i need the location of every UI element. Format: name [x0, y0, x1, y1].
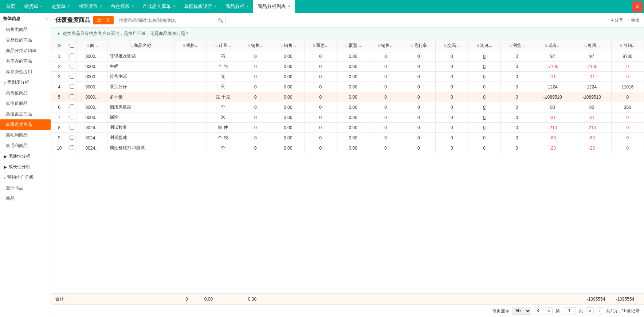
nav-tab-home[interactable]: 首页 — [1, 0, 20, 13]
search-icon[interactable]: 🔍 — [218, 18, 223, 23]
export-button[interactable]: ↑ 导出 — [628, 17, 640, 23]
col-name[interactable]: ⇅商品名称 — [107, 40, 174, 51]
col-code[interactable]: ⇅商... — [77, 40, 107, 51]
cell-checkbox[interactable] — [67, 82, 77, 92]
sidebar-section-title: 整体信息 — [3, 16, 20, 22]
sidebar-item-low-value[interactable]: 低价值商品 — [0, 98, 51, 109]
cell-browse1[interactable]: 0 — [468, 143, 500, 153]
cell-checkbox[interactable] — [67, 112, 77, 123]
cell-checkbox[interactable] — [67, 51, 77, 62]
sidebar-section-abc[interactable]: ▿ 类别度分析 — [0, 77, 51, 88]
nav-tab-role[interactable]: 角色授权 × — [106, 0, 138, 13]
next-page-button[interactable]: > — [586, 307, 594, 314]
cell-browse1[interactable]: 0 — [468, 82, 500, 92]
share-button[interactable]: ⎘ 分享 — [611, 17, 623, 23]
page-number-input[interactable] — [563, 307, 576, 314]
col-coverage1[interactable]: ⇅覆盖... — [304, 40, 337, 51]
row-checkbox[interactable] — [70, 135, 74, 140]
col-browse2[interactable]: ⇅浏览... — [500, 40, 533, 51]
cell-browse1[interactable]: 0 — [468, 133, 500, 143]
sidebar-section-flow[interactable]: ▶ 流通性分析 — [0, 151, 51, 162]
table-container[interactable]: ⚙ ⇅商... ⇅商品名称 ⇅规格... ⇅计量... ⇅销售... ⇅销售..… — [51, 40, 644, 293]
col-sales-amount[interactable]: ⇅销售... — [272, 40, 304, 51]
row-checkbox[interactable] — [70, 145, 74, 150]
select-all-checkbox[interactable] — [70, 43, 74, 48]
cell-browse1[interactable]: 0 — [468, 72, 500, 82]
cell-browse1[interactable]: 0 — [468, 92, 500, 102]
sidebar-item-new-goods[interactable]: 新品 — [0, 193, 51, 204]
col-current-stock[interactable]: ⇅现有... — [533, 40, 572, 51]
col-coverage2[interactable]: ⇅覆盖... — [337, 40, 369, 51]
close-icon[interactable]: × — [288, 0, 290, 13]
col-trade[interactable]: ⇅交易... — [436, 40, 468, 51]
row-checkbox[interactable] — [70, 84, 74, 89]
col-unit[interactable]: ⇅计量... — [207, 40, 239, 51]
close-icon[interactable]: × — [100, 0, 102, 13]
sidebar-item-stocked[interactable]: 有库存的商品 — [0, 56, 51, 67]
sidebar-item-all-goods[interactable]: 全部商品 — [0, 183, 51, 193]
per-page-select[interactable]: 50 100 200 — [513, 307, 531, 315]
close-icon[interactable]: × — [173, 0, 175, 13]
row-checkbox[interactable] — [70, 74, 74, 79]
cell-checkbox[interactable] — [67, 72, 77, 82]
close-icon[interactable]: × — [215, 0, 217, 13]
cell-browse1[interactable]: 0 — [468, 102, 500, 112]
col-spec[interactable]: ⇅规格... — [174, 40, 207, 51]
search-input[interactable] — [119, 18, 216, 23]
sort-icon: ⇅ — [410, 44, 413, 48]
nav-tab-permission[interactable]: 权限设置 × — [74, 0, 106, 13]
close-icon[interactable]: × — [40, 0, 43, 13]
cell-browse1[interactable]: 0 — [468, 51, 500, 62]
row-checkbox[interactable] — [70, 115, 74, 119]
cell-sales-amount: 0.00 — [272, 123, 304, 133]
settings-icon[interactable]: ⚙ — [57, 43, 61, 48]
total-row: 合计: 0 0.00 0.00 -1095554 -1095554 — [51, 293, 644, 304]
col-browse1[interactable]: ⇅浏览... — [468, 40, 500, 51]
row-checkbox[interactable] — [70, 54, 74, 58]
sidebar-item-traded-goods[interactable]: 交易过的商品 — [0, 35, 51, 45]
sidebar-item-low-coverage[interactable]: 低覆盖度商品 — [0, 119, 51, 130]
cell-checkbox[interactable] — [67, 62, 77, 72]
sidebar-section-promo[interactable]: ▿ 营销推广分析 — [0, 172, 51, 183]
cell-checkbox[interactable] — [67, 143, 77, 153]
nav-tab-analysis[interactable]: 商品分析 × — [221, 0, 253, 13]
window-close-button[interactable]: × — [632, 1, 643, 12]
cell-checkbox[interactable] — [67, 123, 77, 133]
col-sales-count[interactable]: ⇅销售... — [239, 40, 272, 51]
sidebar-item-sales-goods[interactable]: 销售类商品 — [0, 24, 51, 35]
nav-tab-purchase[interactable]: 进货单 × — [47, 0, 74, 13]
cell-browse1[interactable]: 0 — [468, 112, 500, 123]
cell-checkbox[interactable] — [67, 133, 77, 143]
close-icon[interactable]: × — [247, 0, 249, 13]
cell-checkbox[interactable] — [67, 92, 77, 102]
sidebar-item-high-coverage[interactable]: 高覆盖度商品 — [0, 109, 51, 119]
time-filter-button[interactable]: 近一月 — [93, 16, 114, 24]
row-checkbox[interactable] — [70, 125, 74, 130]
close-icon[interactable]: × — [132, 0, 134, 13]
col-sales-days[interactable]: ⇅销售... — [369, 40, 402, 51]
first-page-button[interactable]: K — [534, 307, 542, 314]
sidebar-item-high-value[interactable]: 高价值商品 — [0, 88, 51, 98]
close-icon[interactable]: × — [68, 0, 70, 13]
prev-page-button[interactable]: < — [545, 307, 553, 314]
nav-tab-template[interactable]: 单据模板设置 × — [180, 0, 221, 13]
cell-checkbox[interactable] — [67, 102, 77, 112]
sidebar-section-growth[interactable]: ▶ 成长性分析 — [0, 162, 51, 172]
row-checkbox[interactable] — [70, 64, 74, 68]
col-sellable[interactable]: ⇅可销... — [611, 40, 644, 51]
col-gross-rate[interactable]: ⇅毛利率 — [402, 40, 436, 51]
sidebar-item-low-profit[interactable]: 低毛利商品 — [0, 140, 51, 151]
cell-browse1[interactable]: 0 — [468, 62, 500, 72]
sidebar-item-high-profit[interactable]: 高毛利商品 — [0, 130, 51, 140]
sidebar-collapse-button[interactable]: « — [44, 15, 49, 23]
last-page-button[interactable]: › — [597, 307, 603, 314]
sidebar-item-category-rate[interactable]: 商品分类动销率 — [0, 45, 51, 56]
col-available[interactable]: ⇅可用... — [572, 40, 611, 51]
nav-tab-product[interactable]: 产成品入库单 × — [138, 0, 180, 13]
nav-tab-sales[interactable]: 销货单 × — [20, 0, 47, 13]
cell-browse1[interactable]: 0 — [468, 123, 500, 133]
row-checkbox[interactable] — [70, 94, 74, 99]
nav-tab-analysis-list[interactable]: 商品分析列表 × — [253, 0, 295, 13]
row-checkbox[interactable] — [70, 104, 74, 109]
sidebar-item-capital[interactable]: 库存资金占用 — [0, 67, 51, 77]
